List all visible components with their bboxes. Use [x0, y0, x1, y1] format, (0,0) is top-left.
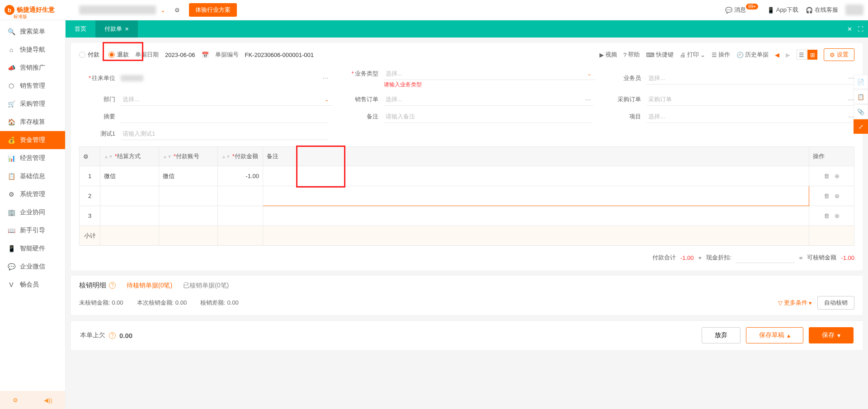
sidebar-item[interactable]: 🏠库存核算 — [0, 113, 65, 131]
add-icon[interactable]: ⊕ — [835, 173, 840, 179]
rail-doc-icon[interactable]: 📋 — [854, 89, 868, 104]
sidebar-item[interactable]: 📖新手引导 — [0, 221, 65, 240]
col-settle[interactable]: ▲▼*结算方式 — [100, 147, 159, 166]
cell-amount[interactable] — [218, 206, 263, 226]
project-input[interactable] — [646, 110, 856, 123]
sidebar-item[interactable]: 📣营销推广 — [0, 59, 65, 77]
more-icon[interactable]: ⋯ — [322, 75, 329, 81]
rail-attach-icon[interactable]: 📎 — [854, 104, 868, 119]
sidebar-item[interactable]: ⚙系统管理 — [0, 185, 65, 203]
info-icon[interactable]: ? — [109, 332, 116, 339]
table-row[interactable]: 1 微信 微信 -1.00 🗑 ⊕ — [80, 166, 854, 186]
col-remark[interactable]: 备注 — [263, 147, 809, 166]
cell-settle[interactable] — [100, 186, 159, 206]
discount-input[interactable] — [736, 252, 795, 263]
sidebar-item[interactable]: 📊经营管理 — [0, 149, 65, 167]
cell-amount[interactable]: -1.00 — [218, 166, 263, 186]
sidebar-icon: 📋 — [7, 173, 15, 180]
support-link[interactable]: 🎧 在线客服 — [806, 6, 838, 14]
shortcut-link[interactable]: ⌨ 快捷键 — [646, 51, 674, 59]
dept-input[interactable] — [121, 93, 333, 106]
sales-order-input[interactable] — [384, 93, 594, 106]
fullscreen-icon[interactable]: ⛶ — [858, 26, 863, 33]
cell-settle[interactable]: 微信 — [100, 166, 159, 186]
print-link[interactable]: 🖨 打印 ⌄ — [680, 51, 705, 59]
operator-input[interactable] — [646, 72, 856, 85]
done-tab[interactable]: 已核销单据(0笔) — [183, 282, 229, 290]
tab-close-all-icon[interactable]: ✕ — [847, 26, 852, 33]
avatar-blurred[interactable] — [845, 5, 863, 15]
test1-input[interactable] — [121, 127, 329, 140]
delete-icon[interactable]: 🗑 — [824, 173, 830, 179]
view-card-icon[interactable]: ⊞ — [807, 50, 817, 60]
view-list-icon[interactable]: ☰ — [797, 50, 807, 60]
radio-refund[interactable]: 退款 — [108, 51, 129, 59]
summary-input[interactable] — [121, 110, 329, 123]
remark-input[interactable] — [384, 110, 592, 123]
sidebar-item[interactable]: V畅会员 — [0, 276, 65, 294]
rail-note-icon[interactable]: 📄 — [854, 75, 868, 89]
purchase-order-input[interactable] — [646, 93, 856, 106]
info-icon[interactable]: ? — [109, 282, 116, 289]
biztype-input[interactable] — [384, 67, 596, 80]
chevron-down-icon[interactable]: ⌄ — [325, 97, 329, 103]
col-account[interactable]: ▲▼*付款账号 — [159, 147, 218, 166]
calendar-icon[interactable]: 📅 — [202, 52, 209, 58]
add-icon[interactable]: ⊕ — [835, 193, 840, 199]
add-icon[interactable]: ⊕ — [835, 212, 840, 219]
settings-icon[interactable]: ⚙ — [13, 397, 18, 404]
trial-button[interactable]: 体验行业方案 — [189, 3, 237, 17]
delete-icon[interactable]: 🗑 — [824, 193, 830, 199]
sidebar-item[interactable]: 🏢企业协同 — [0, 203, 65, 221]
auto-writeoff-button[interactable]: 自动核销 — [817, 296, 854, 310]
cell-remark[interactable] — [263, 206, 809, 226]
pending-tab[interactable]: 待核销单据(0笔) — [127, 282, 172, 290]
table-row[interactable]: 3 🗑 ⊕ — [80, 206, 854, 226]
gear-icon[interactable]: ⚙ — [175, 7, 180, 14]
next-icon[interactable]: ▶ — [786, 52, 790, 58]
unit-value-blurred[interactable] — [121, 75, 143, 81]
close-icon[interactable]: ✕ — [125, 26, 129, 32]
history-link[interactable]: 🕘 历史单据 — [736, 51, 769, 59]
discard-button[interactable]: 放弃 — [702, 327, 741, 343]
cell-amount[interactable] — [218, 186, 263, 206]
chevron-down-icon[interactable]: ⌄ — [160, 7, 165, 14]
cell-account[interactable]: 微信 — [159, 166, 218, 186]
sidebar-item[interactable]: 📋基础信息 — [0, 167, 65, 185]
sidebar-item[interactable]: 💰资金管理 — [0, 131, 65, 149]
save-draft-button[interactable]: 保存草稿 ▴ — [746, 327, 803, 343]
messages-link[interactable]: 💬 消息 99+ — [725, 6, 760, 14]
col-settings[interactable]: ⚙ — [80, 147, 100, 166]
cell-account[interactable] — [159, 206, 218, 226]
operate-link[interactable]: ☰ 操作 — [712, 51, 730, 59]
cell-account[interactable] — [159, 186, 218, 206]
prev-icon[interactable]: ◀ — [775, 52, 779, 58]
table-row[interactable]: 2 🗑 ⊕ — [80, 186, 854, 206]
tab-payment[interactable]: 付款单 ✕ — [95, 20, 138, 38]
more-icon[interactable]: ⋯ — [585, 96, 591, 103]
chevron-down-icon[interactable]: ⌄ — [587, 71, 591, 77]
save-button[interactable]: 保存 ▾ — [809, 327, 854, 343]
more-filter-link[interactable]: ▽ 更多条件 ▾ — [778, 299, 812, 307]
cell-remark-active[interactable] — [263, 186, 809, 206]
sidebar-item[interactable]: 🛒采购管理 — [0, 95, 65, 113]
delete-icon[interactable]: 🗑 — [824, 212, 830, 219]
col-amount[interactable]: ▲▼*付款金额 — [218, 147, 263, 166]
date-value[interactable]: 2023-06-06 — [165, 52, 195, 58]
sidebar-icon: 💰 — [7, 136, 15, 144]
sidebar-item[interactable]: 💬企业微信 — [0, 258, 65, 276]
radio-payment[interactable]: 付款 — [79, 51, 99, 59]
sidebar-item[interactable]: 📱智能硬件 — [0, 240, 65, 258]
app-download-link[interactable]: 📱 App下载 — [767, 6, 798, 14]
collapse-icon[interactable]: ◀)) — [44, 397, 52, 404]
settings-button[interactable]: ⚙ 设置 — [824, 48, 854, 61]
tab-home[interactable]: 首页 — [66, 20, 95, 38]
rail-expand-icon[interactable]: ⤢ — [854, 119, 868, 134]
sidebar-item[interactable]: 🔍搜索菜单 — [0, 23, 65, 41]
video-link[interactable]: ▶ 视频 — [599, 51, 617, 59]
help-link[interactable]: ? 帮助 — [623, 51, 640, 59]
sidebar-item[interactable]: ⌂快捷导航 — [0, 41, 65, 59]
cell-remark[interactable] — [263, 166, 809, 186]
sidebar-item[interactable]: ⬡销售管理 — [0, 77, 65, 95]
cell-settle[interactable] — [100, 206, 159, 226]
